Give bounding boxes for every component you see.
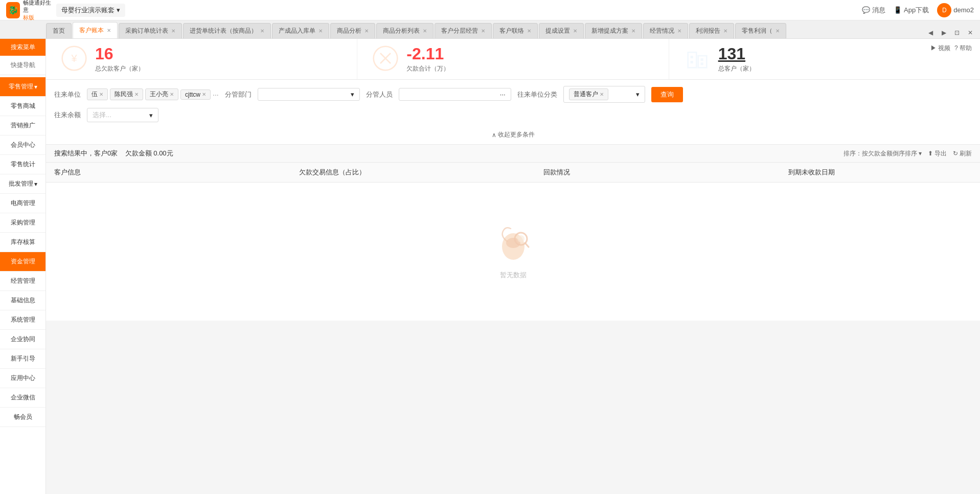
tab-close-icon[interactable]: ✕: [631, 28, 635, 34]
tag-close-icon-0[interactable]: ✕: [99, 92, 103, 97]
sidebar-item-retail-stats[interactable]: 零售统计: [0, 155, 45, 174]
filter-tag-0[interactable]: 伍 ✕: [87, 88, 108, 100]
sidebar-item-marketing[interactable]: 营销推广: [0, 116, 45, 136]
sidebar-item-basic-info[interactable]: 基础信息: [0, 291, 45, 310]
empty-state: 暂无数据: [46, 183, 980, 321]
stat-number-all-customers[interactable]: 131: [718, 45, 755, 63]
tab-expand-btn[interactable]: ⊡: [951, 27, 963, 38]
balance-filter-select[interactable]: 选择... ▾: [87, 108, 158, 122]
sidebar-item-operations[interactable]: 经营管理: [0, 272, 45, 291]
sidebar-search-btn[interactable]: 搜索菜单: [0, 39, 45, 56]
query-button[interactable]: 查询: [651, 87, 683, 102]
chevron-down-icon: ▾: [149, 111, 153, 119]
message-btn[interactable]: 💬 消息: [862, 6, 885, 15]
logo-text: 畅捷通好生意 标版: [23, 0, 52, 21]
main-layout: 搜索菜单 快捷导航 零售管理 ▾ 零售商城 营销推广 会员中心 零售统计 批发管…: [0, 39, 980, 321]
top-bar-right: 💬 消息 📱 App下载 D demo2: [862, 3, 974, 17]
col-header-debt: 欠款交易信息（占比）: [299, 168, 544, 177]
tab-close-icon[interactable]: ✕: [776, 28, 780, 34]
tab-close-icon[interactable]: ✕: [573, 28, 577, 34]
sidebar-quick-nav[interactable]: 快捷导航: [0, 56, 45, 75]
tab-purchase-stats[interactable]: 采购订单统计表 ✕: [119, 23, 182, 38]
tab-add-commission[interactable]: 新增提成方案 ✕: [585, 23, 642, 38]
chevron-icon: ▾: [34, 181, 37, 188]
svg-rect-8: [690, 61, 693, 63]
tab-close-icon[interactable]: ✕: [481, 28, 485, 34]
sidebar-item-inventory[interactable]: 库存核算: [0, 233, 45, 252]
dept-filter-select[interactable]: ▾: [258, 88, 360, 101]
result-bar-right: 排序：按欠款金额倒序排序 ▾ ⬆ 导出 ↻ 刷新: [844, 149, 972, 158]
app-download-btn[interactable]: 📱 App下载: [894, 6, 929, 15]
tab-customer-layer[interactable]: 客户分层经营 ✕: [435, 23, 492, 38]
tab-close-all-btn[interactable]: ✕: [965, 27, 976, 38]
tab-close-icon[interactable]: ✕: [423, 28, 427, 34]
building-icon: [685, 46, 710, 73]
tab-close-icon[interactable]: ✕: [677, 28, 681, 34]
sort-label[interactable]: 排序：按欠款金额倒序排序 ▾: [844, 149, 922, 158]
tag-close-icon-1[interactable]: ✕: [134, 92, 139, 97]
category-tag-0[interactable]: 普通客户 ✕: [569, 88, 608, 100]
col-header-customer: 客户信息: [54, 168, 299, 177]
stat-number-debt: -2.11: [406, 45, 449, 63]
logo-area: 🐉 畅捷通好生意 标版: [6, 0, 52, 21]
tab-scroll-right-btn[interactable]: ▶: [938, 27, 949, 38]
tab-close-icon[interactable]: ✕: [527, 28, 531, 34]
tab-close-icon[interactable]: ✕: [260, 28, 264, 34]
tab-product-instock[interactable]: 产成品入库单 ✕: [272, 23, 329, 38]
user-profile-btn[interactable]: D demo2: [937, 3, 974, 17]
sidebar-item-retail[interactable]: 零售管理 ▾: [0, 77, 45, 97]
export-btn[interactable]: ⬆ 导出: [928, 149, 947, 158]
tab-controls: ◀ ▶ ⊡ ✕: [925, 27, 980, 38]
tab-close-icon[interactable]: ✕: [107, 28, 111, 33]
cat-tag-close-icon[interactable]: ✕: [600, 92, 604, 97]
tab-close-icon[interactable]: ✕: [171, 28, 175, 34]
tab-customer-ledger[interactable]: 客户账本 ✕: [73, 22, 118, 38]
sidebar-item-purchase[interactable]: 采购管理: [0, 213, 45, 233]
person-filter-select[interactable]: ···: [399, 88, 511, 101]
tab-operations[interactable]: 经营情况 ✕: [643, 23, 688, 38]
category-filter-select[interactable]: 普通客户 ✕ ▾: [563, 86, 645, 103]
filter-tag-2[interactable]: 王小亮 ✕: [145, 88, 178, 100]
chevron-down-icon: ▾: [351, 91, 354, 98]
tab-close-icon[interactable]: ✕: [364, 28, 369, 34]
table-header: 客户信息 欠款交易信息（占比） 回款情况 到期未收款日期: [46, 163, 980, 183]
collapse-filter-btn[interactable]: ∧ 收起更多条件: [54, 127, 972, 144]
tab-goods-analysis-list[interactable]: 商品分析列表 ✕: [376, 23, 434, 38]
workspace-selector[interactable]: 母婴行业演示账套 ▾: [56, 4, 125, 17]
refresh-btn[interactable]: ↻ 刷新: [953, 149, 972, 158]
help-link[interactable]: ? 帮助: [954, 44, 972, 53]
result-summary: 搜索结果中，客户0家 欠款金额 0.00元: [54, 149, 173, 158]
tag-close-icon-2[interactable]: ✕: [170, 92, 174, 97]
sidebar-item-wholesale[interactable]: 批发管理 ▾: [0, 174, 45, 194]
tab-close-icon[interactable]: ✕: [318, 28, 323, 34]
logo-icon: 🐉: [6, 2, 20, 18]
sidebar-item-finance[interactable]: 资金管理: [0, 252, 45, 272]
tab-profit-report[interactable]: 利润报告 ✕: [689, 23, 734, 38]
tab-commission-settings[interactable]: 提成设置 ✕: [539, 23, 584, 38]
avatar: D: [937, 3, 951, 17]
tab-purchase-detail[interactable]: 进货单统计表（按商品） ✕: [183, 23, 271, 38]
video-help-link[interactable]: ▶ 视频: [930, 44, 950, 53]
tab-scroll-left-btn[interactable]: ◀: [925, 27, 936, 38]
filter-more-icon[interactable]: ···: [213, 91, 219, 99]
tab-retail-profit[interactable]: 零售利润（ ✕: [735, 23, 786, 38]
sidebar-item-retail-mall[interactable]: 零售商城: [0, 97, 45, 116]
chevron-icon: ▾: [34, 83, 37, 91]
svg-rect-9: [700, 58, 703, 61]
sidebar-item-ecommerce[interactable]: 电商管理: [0, 194, 45, 213]
tab-customer-contact[interactable]: 客户联络 ✕: [493, 23, 538, 38]
tab-close-icon[interactable]: ✕: [723, 28, 727, 34]
mobile-icon: 📱: [894, 6, 902, 14]
dept-filter-label: 分管部门: [225, 90, 252, 99]
tab-goods-analysis[interactable]: 商品分析 ✕: [330, 23, 375, 38]
svg-rect-7: [690, 56, 693, 58]
chevron-down-icon: ▾: [117, 6, 120, 14]
sidebar-item-member[interactable]: 会员中心: [0, 136, 45, 155]
stat-number-customers: 16: [95, 45, 144, 63]
svg-rect-10: [700, 62, 703, 65]
sidebar-item-system[interactable]: 系统管理: [0, 310, 45, 321]
tag-close-icon-3[interactable]: ✕: [202, 92, 206, 97]
filter-tag-1[interactable]: 陈民强 ✕: [110, 88, 143, 100]
filter-tag-3[interactable]: cjttcw ✕: [180, 89, 211, 100]
tab-home[interactable]: 首页: [46, 23, 72, 38]
